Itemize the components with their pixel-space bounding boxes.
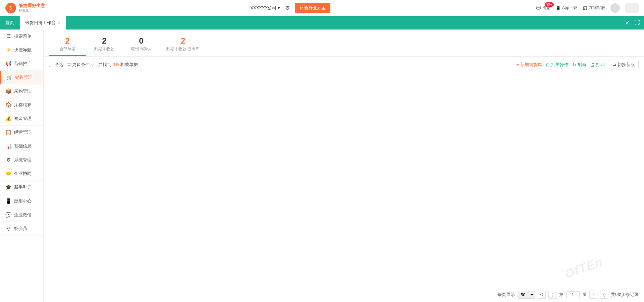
stat-tab-all[interactable]: 2 全部单据 <box>49 34 86 56</box>
per-page-select[interactable]: 50 100 200 <box>518 291 535 299</box>
stat-num-shipped: 2 <box>181 36 185 46</box>
print-button[interactable]: 🖨 打印 <box>590 62 605 68</box>
guide-icon: 🎓 <box>5 184 11 190</box>
close-tab-icon[interactable]: × <box>58 20 60 25</box>
stat-label-all: 全部单据 <box>59 46 75 52</box>
sidebar-item-basic-info[interactable]: 📊 基础信息 <box>0 139 43 153</box>
app-download-label: App下载 <box>562 5 577 11</box>
sidebar-item-cooperation[interactable]: 🤝 企业协同 <box>0 167 43 181</box>
sidebar-item-guide[interactable]: 🎓 新手引导 <box>0 181 43 194</box>
logo-sub: 标准版 <box>19 8 45 13</box>
marketing-icon: 📢 <box>5 61 11 67</box>
avatar[interactable] <box>610 3 620 13</box>
sidebar-item-purchase[interactable]: 📦 采购管理 <box>0 84 43 98</box>
online-service-item[interactable]: 🎧 在线客服 <box>583 5 605 11</box>
search-menu-icon: ☰ <box>5 33 11 39</box>
stat-label-pending: 旺铺待确认 <box>131 46 151 52</box>
table-area <box>44 73 644 287</box>
sidebar-item-label: 企业微信 <box>14 212 32 218</box>
filter-icon: ▽ <box>67 62 71 67</box>
main-layout: ☰ 搜索菜单 ⚡ 快捷导航 📢 营销推广 🛒 销售管理 📦 采购管理 🏠 库存核… <box>0 29 644 302</box>
sidebar-item-label: 基础信息 <box>14 143 32 149</box>
select-all-checkbox[interactable] <box>49 63 53 67</box>
sidebar-item-label: 畅会员 <box>14 226 27 232</box>
found-count: 0条 <box>113 62 119 67</box>
add-sales-order-button[interactable]: + 新增销货单 <box>517 62 542 68</box>
company-name: XXXXXX公司 <box>250 5 276 11</box>
chevron-down-icon: ∨ <box>91 62 94 67</box>
batch-operation-button[interactable]: ⊞ 批量操作 <box>546 62 569 68</box>
select-all-label: 全选 <box>55 62 63 68</box>
close-window-button[interactable]: ✕ <box>624 18 631 27</box>
message-item[interactable]: 💬 消息 99+ <box>536 5 550 11</box>
user-menu[interactable] <box>625 3 639 13</box>
sidebar-item-finance[interactable]: 💰 资金管理 <box>0 112 43 126</box>
sidebar-item-label: 销售管理 <box>15 74 33 80</box>
chevron-down-icon: ▾ <box>278 5 280 10</box>
quick-nav-icon: ⚡ <box>5 47 11 53</box>
stat-label-shipped: 到期未收款 已出库 <box>166 46 200 52</box>
member-icon: V <box>5 226 11 232</box>
stat-num-all: 2 <box>65 36 69 46</box>
sidebar: ☰ 搜索菜单 ⚡ 快捷导航 📢 营销推广 🛒 销售管理 📦 采购管理 🏠 库存核… <box>0 29 44 302</box>
wechat-icon: 💬 <box>5 212 11 218</box>
maximize-button[interactable]: ⛶ <box>633 18 641 27</box>
total-records-label: 共0页,0条记录 <box>611 292 639 298</box>
stat-tab-overdue[interactable]: 2 到期未收款 <box>86 34 123 56</box>
gear-button[interactable]: ⚙ <box>283 3 292 13</box>
sidebar-item-member[interactable]: V 畅会员 <box>0 222 43 236</box>
next-page-button[interactable]: ⟩ <box>589 291 597 299</box>
switch-version-button[interactable]: ⇄ 切换新版 <box>609 60 639 69</box>
purchase-icon: 📦 <box>5 88 11 94</box>
refresh-icon: ↻ <box>573 62 576 67</box>
sidebar-item-inventory[interactable]: 🏠 库存核算 <box>0 98 43 112</box>
content-area: 2 全部单据 2 到期未收款 0 旺铺待确认 2 到期未收款 已出库 全选 <box>44 29 644 302</box>
sidebar-item-label: 系统管理 <box>14 157 32 163</box>
sidebar-item-search[interactable]: ☰ 搜索菜单 <box>0 29 43 43</box>
sidebar-item-wechat[interactable]: 💬 企业微信 <box>0 208 43 222</box>
app-download-item[interactable]: 📱 App下载 <box>556 5 577 11</box>
trial-button[interactable]: 体验行业方案 <box>295 3 330 13</box>
stat-tab-pending[interactable]: 0 旺铺待确认 <box>123 34 160 56</box>
download-icon: 📱 <box>556 6 561 10</box>
prev-page-button[interactable]: ⟨ <box>548 291 556 299</box>
sidebar-item-marketing[interactable]: 📢 营销推广 <box>0 57 43 71</box>
logo-name: 畅捷通好生意 <box>19 3 45 8</box>
first-page-button[interactable]: ⟨⟨ <box>538 291 546 299</box>
switch-icon: ⇄ <box>612 62 616 67</box>
sidebar-item-quick-nav[interactable]: ⚡ 快捷导航 <box>0 43 43 57</box>
sidebar-item-label: 资金管理 <box>14 116 32 122</box>
sales-icon: 🛒 <box>6 74 12 80</box>
sidebar-item-operations[interactable]: 📋 经营管理 <box>0 126 43 139</box>
logo-icon: 6 <box>5 3 16 13</box>
header-right: 💬 消息 99+ 📱 App下载 🎧 在线客服 <box>536 3 639 13</box>
page-label: 第 <box>559 292 564 298</box>
select-all-area[interactable]: 全选 <box>49 62 63 68</box>
company-selector[interactable]: XXXXXX公司 ▾ <box>250 5 280 11</box>
stat-num-overdue: 2 <box>102 36 106 46</box>
page-suffix: 页 <box>582 292 587 298</box>
filter-button[interactable]: ▽ 更多条件 ∨ <box>67 62 94 68</box>
finance-icon: 💰 <box>5 116 11 122</box>
sidebar-item-sales[interactable]: 🛒 销售管理 <box>0 71 43 84</box>
header-center: XXXXXX公司 ▾ ⚙ 体验行业方案 <box>250 3 330 13</box>
pagination: 每页显示 50 100 200 ⟨⟨ ⟨ 第 页 ⟩ ⟩⟩ 共0页,0条记录 <box>44 287 644 302</box>
last-page-button[interactable]: ⟩⟩ <box>600 291 608 299</box>
logo-area: 6 畅捷通好生意 标准版 <box>5 3 45 13</box>
sidebar-item-label: 快捷导航 <box>14 47 32 53</box>
stat-tab-shipped[interactable]: 2 到期未收款 已出库 <box>160 34 206 56</box>
tab-home[interactable]: 首页 <box>0 16 20 29</box>
sidebar-item-system[interactable]: ⚙ 系统管理 <box>0 153 43 167</box>
sidebar-item-label: 搜索菜单 <box>14 33 32 39</box>
basic-info-icon: 📊 <box>5 143 11 149</box>
sidebar-item-label: 营销推广 <box>14 61 32 67</box>
sidebar-item-label: 应用中心 <box>14 198 32 204</box>
refresh-button[interactable]: ↻ 刷新 <box>573 62 586 68</box>
page-number-input[interactable] <box>566 291 580 298</box>
sidebar-item-label: 采购管理 <box>14 88 32 94</box>
message-badge: 99+ <box>545 2 554 7</box>
tab-workbench[interactable]: 钱货日清工作台 × <box>20 16 66 29</box>
sidebar-item-app-center[interactable]: 📱 应用中心 <box>0 194 43 208</box>
online-service-label: 在线客服 <box>589 5 605 11</box>
tab-workbench-label: 钱货日清工作台 <box>25 20 56 26</box>
